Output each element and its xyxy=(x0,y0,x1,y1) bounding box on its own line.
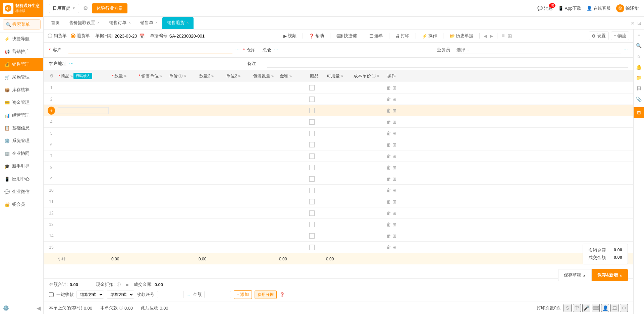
row-price[interactable] xyxy=(167,109,197,112)
fee-help-icon[interactable]: ❓ xyxy=(279,292,285,297)
row-qty[interactable] xyxy=(110,155,137,158)
tab-price-setting[interactable]: 售价提取设置 × xyxy=(64,17,104,29)
gift-checkbox[interactable] xyxy=(309,176,315,182)
row-product[interactable] xyxy=(56,98,110,101)
row-qty[interactable] xyxy=(110,143,137,146)
row-qty2[interactable] xyxy=(197,109,224,112)
row-copy-btn[interactable]: ⊞ xyxy=(392,165,396,170)
row-copy-btn[interactable]: ⊞ xyxy=(392,131,396,136)
row-avail[interactable] xyxy=(325,189,352,192)
row-amount[interactable] xyxy=(278,246,308,249)
row-product[interactable] xyxy=(56,166,110,169)
row-qty[interactable] xyxy=(110,121,137,123)
row-qty[interactable] xyxy=(110,223,137,226)
row-unit2[interactable] xyxy=(224,246,251,249)
row-unit[interactable] xyxy=(137,246,167,249)
right-icon-5[interactable]: 📁 xyxy=(636,75,642,80)
cash-discount-help-icon[interactable]: ⓘ xyxy=(117,282,121,288)
row-avail[interactable] xyxy=(325,98,352,101)
row-price[interactable] xyxy=(167,212,197,214)
row-gift[interactable] xyxy=(308,186,325,194)
row-qty2[interactable] xyxy=(197,212,224,214)
settings-gear-btn[interactable]: ⚙ xyxy=(83,5,88,11)
row-unit2[interactable] xyxy=(224,132,251,135)
row-price[interactable] xyxy=(167,235,197,237)
row-gift[interactable] xyxy=(308,175,325,183)
row-delete-btn[interactable]: 🗑 xyxy=(386,188,391,193)
tab-sales-order-close[interactable]: × xyxy=(128,20,131,25)
gift-checkbox[interactable] xyxy=(309,233,315,239)
row-unit[interactable] xyxy=(137,166,167,169)
row-avail[interactable] xyxy=(325,223,352,226)
sidebar-item-enterprise[interactable]: 🏢 企业协同 xyxy=(0,147,43,160)
row-qty[interactable] xyxy=(110,166,137,169)
row-price[interactable] xyxy=(167,223,197,226)
row-copy-btn[interactable]: ⊞ xyxy=(392,245,396,250)
row-price[interactable] xyxy=(167,143,197,146)
row-cost[interactable] xyxy=(352,178,385,180)
row-copy-btn[interactable]: ⊞ xyxy=(392,119,396,125)
row-avail[interactable] xyxy=(325,121,352,123)
row-qty2[interactable] xyxy=(197,235,224,237)
row-qty[interactable] xyxy=(110,235,137,237)
row-delete-btn[interactable]: 🗑 xyxy=(386,210,391,216)
right-icon-2[interactable]: 🔍 xyxy=(636,43,642,48)
row-price[interactable] xyxy=(167,132,197,135)
row-pkg[interactable] xyxy=(251,143,278,146)
address-select-btn[interactable]: ··· xyxy=(69,61,73,67)
row-pkg[interactable] xyxy=(251,246,278,249)
print-btn[interactable]: 🖨 打印 xyxy=(393,32,412,40)
row-delete-btn[interactable]: 🗑 xyxy=(386,97,391,102)
row-price[interactable] xyxy=(167,246,197,249)
row-qty[interactable] xyxy=(110,189,137,192)
row-unit2[interactable] xyxy=(224,109,251,112)
row-unit2[interactable] xyxy=(224,121,251,123)
row-qty[interactable] xyxy=(110,200,137,203)
row-pkg[interactable] xyxy=(251,166,278,169)
gift-checkbox[interactable] xyxy=(309,188,315,193)
row-pkg[interactable] xyxy=(251,189,278,192)
row-unit[interactable] xyxy=(137,212,167,214)
gift-checkbox[interactable] xyxy=(309,119,315,125)
row-qty[interactable] xyxy=(110,246,137,249)
row-unit2[interactable] xyxy=(224,235,251,237)
product-input[interactable] xyxy=(58,85,109,90)
settings-btn[interactable]: ⚙ 设置 xyxy=(589,32,609,40)
row-unit[interactable] xyxy=(137,155,167,158)
row-product[interactable] xyxy=(56,235,110,237)
add-row-btn[interactable]: + xyxy=(48,107,55,115)
product-input-active[interactable] xyxy=(58,107,109,114)
row-price[interactable] xyxy=(167,178,197,180)
row-amount[interactable] xyxy=(278,223,308,226)
row-copy-btn[interactable]: ⊞ xyxy=(392,153,396,159)
row-amount[interactable] xyxy=(278,109,308,112)
row-qty2[interactable] xyxy=(197,155,224,158)
row-delete-btn[interactable]: 🗑 xyxy=(386,142,391,147)
status-icon-keyboard[interactable]: ⌨ xyxy=(592,304,600,312)
fee-split-btn[interactable]: 费用分摊 xyxy=(255,291,277,299)
row-gift[interactable] xyxy=(308,129,325,137)
row-copy-btn[interactable]: ⊞ xyxy=(392,85,396,90)
right-icon-6[interactable]: 🖼 xyxy=(637,86,641,91)
col-setting-header[interactable]: ⚙ xyxy=(46,73,57,78)
row-cost[interactable] xyxy=(352,246,385,249)
row-pkg[interactable] xyxy=(251,132,278,135)
row-cost[interactable] xyxy=(352,235,385,237)
experience-btn[interactable]: 体验行业方案 xyxy=(92,3,127,13)
gift-checkbox[interactable] xyxy=(309,245,315,250)
row-unit2[interactable] xyxy=(224,155,251,158)
row-qty2[interactable] xyxy=(197,98,224,101)
message-btn[interactable]: 💬 消息 70 xyxy=(537,5,553,11)
row-copy-btn[interactable]: ⊞ xyxy=(392,222,396,227)
sidebar-collapse-btn[interactable]: ◀ xyxy=(37,305,41,311)
row-product[interactable] xyxy=(56,155,110,158)
unit-sort-icon[interactable]: ⇅ xyxy=(159,74,162,78)
row-cost[interactable] xyxy=(352,223,385,226)
gift-checkbox[interactable] xyxy=(309,222,315,227)
row-unit2[interactable] xyxy=(224,86,251,89)
row-product[interactable] xyxy=(56,246,110,249)
row-gift[interactable] xyxy=(308,221,325,229)
row-unit2[interactable] xyxy=(224,178,251,180)
row-gift[interactable] xyxy=(308,209,325,217)
row-avail[interactable] xyxy=(325,155,352,158)
